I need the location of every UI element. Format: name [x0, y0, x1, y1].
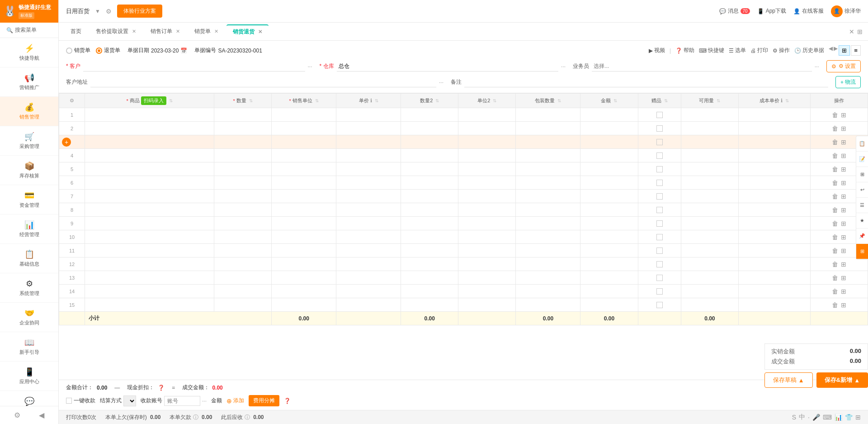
cost-sort-icon[interactable]: ⇅	[785, 98, 789, 103]
tab-sales-goods[interactable]: 销货单 ✕	[188, 25, 225, 38]
sidebar-item-guide[interactable]: 📖 新手引导	[0, 332, 58, 362]
available-cell[interactable]	[681, 122, 738, 135]
input-icon-4[interactable]: 🎤	[812, 414, 820, 421]
price-cell[interactable]	[336, 122, 401, 135]
sidebar-item-basic[interactable]: 📋 基础信息	[0, 244, 58, 273]
copy-active-icon[interactable]: ⊞	[841, 138, 846, 146]
sidebar-item-shortcut[interactable]: ⚡ 快捷导航	[0, 38, 58, 67]
sidebar-item-inventory[interactable]: 📦 库存核算	[0, 156, 58, 185]
input-icon-7[interactable]: 👕	[845, 414, 853, 421]
product-cell[interactable]	[85, 122, 214, 135]
tab-price-extract[interactable]: 售价提取设置 ✕	[90, 25, 142, 38]
copy-row-icon[interactable]: ⊞	[841, 125, 846, 132]
gift-sort-icon[interactable]: ⇅	[664, 98, 668, 103]
sidebar-item-management[interactable]: 📊 经营管理	[0, 214, 58, 244]
tab-home[interactable]: 首页	[64, 25, 88, 38]
product-input-active[interactable]	[88, 138, 211, 145]
copy-icon[interactable]: ⊞	[841, 206, 846, 214]
input-icon-5[interactable]: ⌨	[823, 414, 832, 421]
qty-cell[interactable]	[214, 122, 272, 135]
cost-price-cell-active[interactable]	[738, 135, 810, 149]
right-btn-3[interactable]: ⊞	[856, 167, 868, 182]
copy-icon[interactable]: ⊞	[841, 261, 846, 268]
right-btn-7[interactable]: 📌	[856, 229, 868, 244]
delete-icon[interactable]: 🗑	[832, 206, 838, 214]
delete-icon[interactable]: 🗑	[832, 193, 838, 200]
price-cell[interactable]	[336, 108, 401, 122]
input-icon-6[interactable]: 📊	[835, 414, 842, 421]
right-btn-1[interactable]: 📋	[856, 136, 868, 152]
tab-sales-order[interactable]: 销售订单 ✕	[144, 25, 186, 38]
gift-checkbox[interactable]	[656, 152, 663, 159]
unit2-cell[interactable]	[458, 122, 516, 135]
qty2-cell[interactable]	[401, 108, 458, 122]
delete-icon[interactable]: 🗑	[832, 166, 838, 173]
staff-ellipsis-btn[interactable]: ···	[815, 63, 819, 70]
unit2-cell[interactable]	[458, 108, 516, 122]
stats-middle-info[interactable]: ⓘ	[193, 414, 198, 420]
copy-icon[interactable]: ⊞	[841, 233, 846, 241]
tab-sales-goods-close[interactable]: ✕	[214, 29, 218, 34]
amount-sort-icon[interactable]: ⇅	[613, 98, 617, 103]
sidebar-item-sales[interactable]: 💰 销售管理	[0, 97, 58, 126]
gift-checkbox-active[interactable]	[656, 139, 663, 145]
close-tab-icon[interactable]: ✕	[849, 28, 854, 35]
app-download-item[interactable]: 📱 App下载	[757, 7, 786, 15]
right-btn-5[interactable]: ☰	[856, 198, 868, 213]
toolbar-history[interactable]: 🕒 历史单据	[794, 47, 824, 54]
cost-price-cell[interactable]	[738, 122, 810, 135]
copy-icon[interactable]: ⊞	[841, 301, 846, 309]
amount-cell[interactable]	[580, 122, 638, 135]
product-cell[interactable]	[85, 108, 214, 122]
delete-row-icon[interactable]: 🗑	[832, 111, 838, 119]
copy-icon[interactable]: ⊞	[841, 152, 846, 159]
remark-input[interactable]	[464, 77, 828, 87]
copy-icon[interactable]: ⊞	[841, 247, 846, 254]
input-icon-8[interactable]: ⊞	[855, 414, 861, 421]
cost-price-cell[interactable]	[738, 108, 810, 122]
add-row-button[interactable]: +	[62, 138, 71, 147]
staff-input[interactable]	[592, 61, 812, 71]
qty-cell[interactable]	[214, 108, 272, 122]
right-btn-6[interactable]: ★	[856, 213, 868, 229]
pack-qty-cell-active[interactable]	[516, 135, 580, 149]
account-input[interactable]	[164, 396, 200, 406]
delete-icon[interactable]: 🗑	[832, 220, 838, 227]
delete-icon[interactable]: 🗑	[832, 247, 838, 254]
online-service-item[interactable]: 👤 在线客服	[793, 7, 824, 15]
copy-row-icon[interactable]: ⊞	[841, 111, 846, 119]
sidebar-item-finance[interactable]: 💳 资金管理	[0, 185, 58, 214]
gift-checkbox[interactable]	[656, 125, 663, 132]
save-draft-button[interactable]: 保存草稿 ▲	[764, 372, 813, 388]
delete-icon[interactable]: 🗑	[832, 152, 838, 159]
split-help-icon[interactable]: ❓	[284, 398, 291, 404]
gift-checkbox[interactable]	[656, 234, 663, 240]
settings-button[interactable]: ⚙ ⚙ 设置	[826, 60, 861, 72]
scan-button[interactable]: 扫码录入	[141, 96, 166, 105]
warehouse-input[interactable]	[337, 61, 559, 71]
add-logistics-button[interactable]: + 物流	[835, 76, 861, 88]
input-icon-1[interactable]: S	[792, 414, 796, 421]
gift-checkbox[interactable]	[656, 220, 663, 227]
collapse-icon[interactable]: ◀	[39, 411, 44, 419]
copy-icon[interactable]: ⊞	[841, 220, 846, 227]
toolbar-print[interactable]: 🖨 打印	[750, 47, 768, 54]
stats-right-info[interactable]: ⓘ	[245, 414, 250, 420]
gift-checkbox[interactable]	[656, 193, 663, 200]
input-icon-3[interactable]: ·	[808, 414, 810, 421]
tab-price-extract-close[interactable]: ✕	[132, 29, 136, 34]
pack-qty-cell[interactable]	[516, 122, 580, 135]
unit-cell-active[interactable]	[272, 135, 336, 149]
settings-bottom-icon[interactable]: ⚙	[14, 411, 20, 419]
gift-checkbox[interactable]	[656, 207, 663, 213]
copy-icon[interactable]: ⊞	[841, 288, 846, 295]
unit2-sort-icon[interactable]: ⇅	[493, 98, 496, 103]
toolbar-select[interactable]: ☰ 选单	[729, 47, 746, 54]
message-item[interactable]: 💬 消息 70	[719, 7, 750, 15]
settlement-select[interactable]	[123, 395, 136, 406]
experience-button[interactable]: 体验行业方案	[117, 5, 162, 18]
gift-checkbox[interactable]	[656, 302, 663, 308]
product-sort-icon[interactable]: ⇅	[169, 98, 173, 103]
delete-icon[interactable]: 🗑	[832, 261, 838, 268]
warehouse-ellipsis-btn[interactable]: ···	[561, 63, 566, 70]
